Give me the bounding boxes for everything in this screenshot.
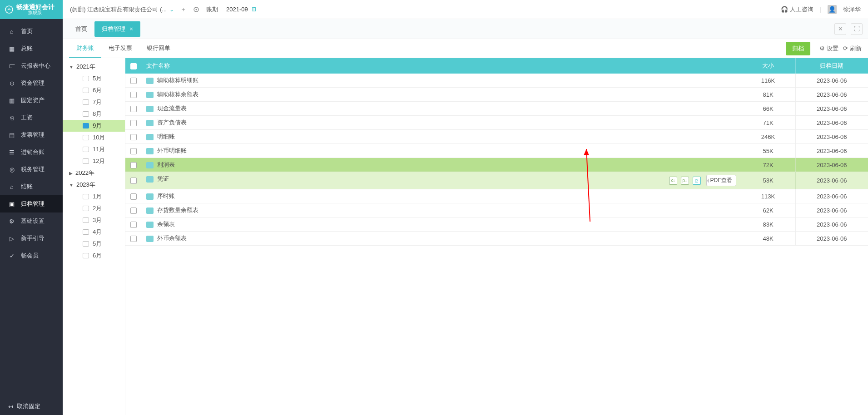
- nav-item-0[interactable]: ⌂首页: [0, 23, 63, 40]
- settings-button[interactable]: ⚙ 设置: [819, 44, 838, 53]
- subtab-finance[interactable]: 财务账: [69, 40, 101, 58]
- subtab-einvoice[interactable]: 电子发票: [101, 40, 139, 58]
- calendar-icon: 🗓: [251, 6, 257, 13]
- nav-item-6[interactable]: ▤发票管理: [0, 126, 63, 143]
- nav-item-5[interactable]: ⎗工资: [0, 109, 63, 126]
- table-row[interactable]: 序时账113K2023-06-06: [125, 189, 868, 203]
- tree-month-2023-02[interactable]: 2月: [63, 203, 125, 214]
- nav-item-11[interactable]: ⚙基础设置: [0, 212, 63, 230]
- nav-item-2[interactable]: ⫍云报表中心: [0, 57, 63, 74]
- row-checkbox[interactable]: [130, 208, 137, 214]
- nav-item-7[interactable]: ☰进销台账: [0, 143, 63, 161]
- row-checkbox[interactable]: [130, 78, 137, 84]
- file-name: 凭证: [157, 175, 169, 182]
- table-row[interactable]: 资产负债表71K2023-06-06: [125, 116, 868, 130]
- nav-label: 税务管理: [21, 165, 45, 173]
- unpin-button[interactable]: ↤ 取消固定: [0, 398, 63, 415]
- table-row[interactable]: 利润表72K2023-06-06: [125, 158, 868, 172]
- subtab-bank[interactable]: 银行回单: [139, 40, 178, 58]
- tab-archive-label: 归档管理: [102, 25, 125, 32]
- tree-year-2023[interactable]: ▼2023年: [63, 179, 125, 191]
- table-row[interactable]: 辅助核算余额表81K2023-06-06: [125, 88, 868, 102]
- brand-logo[interactable]: 畅捷通好会计 旗舰版: [0, 0, 63, 19]
- tree-month-2021-12[interactable]: 12月: [63, 155, 125, 167]
- subtabs: 财务账 电子发票 银行回单 归档 ⚙ 设置 ⟳ 刷新: [63, 39, 868, 58]
- tree-month-2023-04[interactable]: 4月: [63, 226, 125, 238]
- archive-date: 2023-06-06: [795, 74, 868, 88]
- tree-month-2023-03[interactable]: 3月: [63, 214, 125, 226]
- download-excel-icon[interactable]: x↓: [669, 177, 677, 185]
- col-size: 大小: [762, 62, 774, 69]
- row-checkbox[interactable]: [130, 236, 137, 242]
- avatar[interactable]: 👤: [828, 5, 837, 14]
- fullscreen-button[interactable]: ⛶: [851, 23, 863, 35]
- tab-archive[interactable]: 归档管理 ×: [94, 21, 140, 37]
- nav-item-4[interactable]: ▥固定资产: [0, 92, 63, 109]
- row-checkbox[interactable]: [130, 134, 137, 140]
- select-all-checkbox[interactable]: [130, 63, 137, 69]
- table-row[interactable]: 存货数量余额表62K2023-06-06: [125, 203, 868, 217]
- tree-month-2023-05[interactable]: 5月: [63, 238, 125, 250]
- table-row[interactable]: 外币明细账55K2023-06-06: [125, 144, 868, 158]
- row-checkbox[interactable]: [130, 178, 137, 184]
- download-pdf-icon[interactable]: p↓: [681, 177, 689, 185]
- row-checkbox[interactable]: [130, 92, 137, 98]
- tree-month-2023-01[interactable]: 1月: [63, 191, 125, 203]
- tree-year-2021[interactable]: ▼2021年: [63, 61, 125, 73]
- table-row[interactable]: 辅助核算明细账116K2023-06-06: [125, 74, 868, 88]
- table-row[interactable]: 凭证x↓p↓⍰PDF查看53K2023-06-06: [125, 172, 868, 189]
- row-checkbox[interactable]: [130, 148, 137, 154]
- period-picker[interactable]: 2021-09 🗓: [224, 6, 257, 13]
- row-checkbox[interactable]: [130, 222, 137, 228]
- tree-month-2021-08[interactable]: 8月: [63, 108, 125, 120]
- archive-button[interactable]: 归档: [786, 42, 810, 55]
- close-all-button[interactable]: ✕: [834, 23, 846, 35]
- nav-item-13[interactable]: ✓畅会员: [0, 247, 63, 264]
- nav-label: 云报表中心: [21, 62, 50, 70]
- nav-item-10[interactable]: ▣归档管理: [0, 195, 63, 212]
- row-checkbox[interactable]: [130, 106, 137, 112]
- pdf-view-icon[interactable]: ⍰: [693, 177, 701, 185]
- topbar: (勿删) 江西脱宝精品有限责任公司 (... ⌄ ＋ 账期 2021-09 🗓 …: [63, 0, 868, 19]
- nav-icon: ◎: [8, 166, 15, 173]
- refresh-button[interactable]: ⟳ 刷新: [843, 44, 862, 53]
- archive-date: 2023-06-06: [795, 144, 868, 158]
- folder-icon: [83, 158, 89, 164]
- nav-label: 归档管理: [21, 200, 45, 208]
- archive-date: 2023-06-06: [795, 158, 868, 172]
- sidebar: 畅捷通好会计 旗舰版 ⌂首页▦总账⫍云报表中心⊙资金管理▥固定资产⎗工资▤发票管…: [0, 0, 63, 415]
- nav-icon: ⊙: [8, 79, 15, 87]
- close-icon[interactable]: ×: [130, 26, 133, 32]
- row-checkbox[interactable]: [130, 162, 137, 168]
- nav-item-1[interactable]: ▦总账: [0, 40, 63, 57]
- table-row[interactable]: 现金流量表66K2023-06-06: [125, 102, 868, 116]
- file-icon: [146, 208, 154, 214]
- nav: ⌂首页▦总账⫍云报表中心⊙资金管理▥固定资产⎗工资▤发票管理☰进销台账◎税务管理…: [0, 19, 63, 398]
- tree-month-2023-06[interactable]: 6月: [63, 250, 125, 262]
- folder-icon: [83, 88, 89, 93]
- tree-year-2022[interactable]: ▶2022年: [63, 167, 125, 179]
- tree-month-2021-10[interactable]: 10月: [63, 132, 125, 143]
- row-checkbox[interactable]: [130, 193, 137, 200]
- tree-month-2021-07[interactable]: 7月: [63, 96, 125, 108]
- tree-month-2021-09[interactable]: 9月: [63, 120, 125, 132]
- nav-item-12[interactable]: ▷新手引导: [0, 230, 63, 247]
- tab-home[interactable]: 首页: [68, 21, 94, 37]
- table-row[interactable]: 余额表83K2023-06-06: [125, 217, 868, 232]
- company-settings-button[interactable]: [193, 6, 200, 13]
- nav-item-8[interactable]: ◎税务管理: [0, 161, 63, 178]
- table-row[interactable]: 明细账246K2023-06-06: [125, 130, 868, 144]
- tree-month-2021-05[interactable]: 5月: [63, 73, 125, 84]
- row-checkbox[interactable]: [130, 120, 137, 126]
- tree-month-2021-11[interactable]: 11月: [63, 143, 125, 155]
- col-date: 归档日期: [820, 62, 843, 69]
- company-selector[interactable]: (勿删) 江西脱宝精品有限责任公司 (... ⌄: [70, 5, 174, 14]
- nav-item-3[interactable]: ⊙资金管理: [0, 74, 63, 92]
- file-name: 辅助核算余额表: [157, 91, 198, 98]
- support-button[interactable]: 🎧 人工咨询: [781, 5, 813, 14]
- table-row[interactable]: 外币余额表48K2023-06-06: [125, 232, 868, 246]
- add-company-button[interactable]: ＋: [180, 5, 186, 14]
- headset-icon: 🎧: [781, 6, 788, 13]
- tree-month-2021-06[interactable]: 6月: [63, 84, 125, 96]
- nav-item-9[interactable]: ⌂结账: [0, 178, 63, 195]
